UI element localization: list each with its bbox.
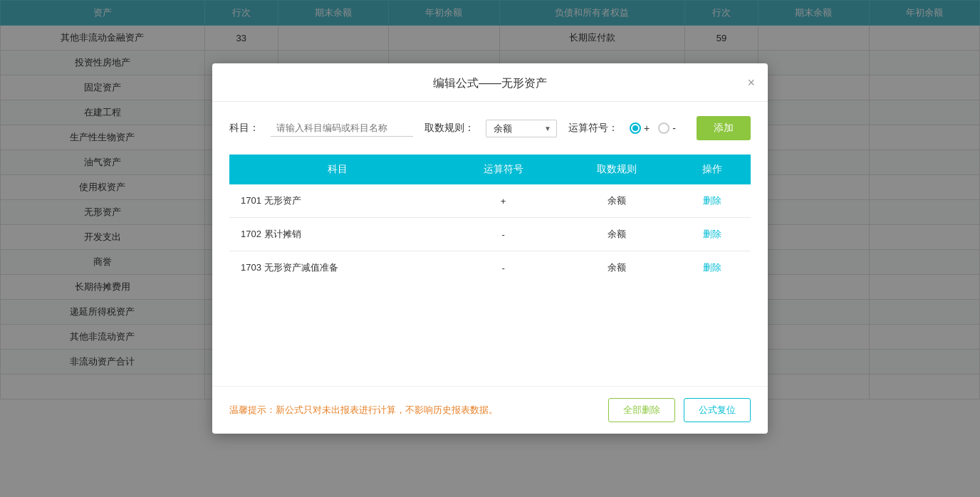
- footer-tip: 温馨提示：新公式只对未出报表进行计算，不影响历史报表数据。: [229, 404, 498, 417]
- radio-minus[interactable]: -: [658, 122, 676, 134]
- close-icon[interactable]: ×: [747, 76, 755, 89]
- delete-row-button-2[interactable]: 删除: [703, 261, 721, 274]
- reset-formula-button[interactable]: 公式复位: [684, 398, 751, 422]
- table-row: 1703 无形资产减值准备-余额删除: [229, 251, 751, 285]
- radio-plus[interactable]: +: [630, 122, 650, 134]
- delete-row-button-0[interactable]: 删除: [703, 194, 721, 207]
- edit-formula-modal: 编辑公式——无形资产 × 科目： 取数规则： 余额 借方 贷方 借方发生额 贷方…: [212, 63, 768, 434]
- radio-minus-circle: [658, 122, 669, 134]
- cell-operator-2: -: [447, 251, 560, 285]
- modal-header: 编辑公式——无形资产 ×: [212, 63, 768, 102]
- modal-body: 科目： 取数规则： 余额 借方 贷方 借方发生额 贷方发生额 ▼ 运算符号：: [212, 102, 768, 386]
- subject-label: 科目：: [229, 122, 259, 135]
- cell-rule-0: 余额: [560, 184, 673, 218]
- cell-action-0: 删除: [673, 184, 751, 218]
- cell-operator-1: -: [447, 218, 560, 251]
- form-row: 科目： 取数规则： 余额 借方 贷方 借方发生额 贷方发生额 ▼ 运算符号：: [229, 116, 751, 140]
- cell-subject-1: 1702 累计摊销: [229, 218, 447, 251]
- subject-input[interactable]: [271, 120, 413, 137]
- table-row: 1701 无形资产+余额删除: [229, 184, 751, 218]
- modal-title: 编辑公式——无形资产: [433, 76, 547, 91]
- col-header-action: 操作: [673, 155, 751, 184]
- delete-row-button-1[interactable]: 删除: [703, 228, 721, 241]
- operator-label: 运算符号：: [568, 122, 618, 135]
- radio-minus-label: -: [672, 122, 676, 134]
- rule-select[interactable]: 余额 借方 贷方 借方发生额 贷方发生额: [486, 120, 557, 137]
- cell-operator-0: +: [447, 184, 560, 218]
- radio-plus-circle: [630, 122, 641, 134]
- footer-actions: 全部删除 公式复位: [608, 398, 751, 422]
- table-row: 1702 累计摊销-余额删除: [229, 218, 751, 251]
- add-button[interactable]: 添加: [697, 116, 751, 140]
- cell-action-2: 删除: [673, 251, 751, 285]
- operator-radio-group: + -: [630, 122, 676, 134]
- cell-action-1: 删除: [673, 218, 751, 251]
- col-header-operator: 运算符号: [447, 155, 560, 184]
- delete-all-button[interactable]: 全部删除: [608, 398, 675, 422]
- cell-rule-1: 余额: [560, 218, 673, 251]
- col-header-subject: 科目: [229, 155, 447, 184]
- formula-table: 科目 运算符号 取数规则 操作 1701 无形资产+余额删除1702 累计摊销-…: [229, 155, 751, 284]
- radio-plus-label: +: [644, 122, 650, 134]
- rule-label: 取数规则：: [424, 122, 474, 135]
- cell-subject-2: 1703 无形资产减值准备: [229, 251, 447, 285]
- rule-select-wrapper: 余额 借方 贷方 借方发生额 贷方发生额 ▼: [486, 120, 557, 137]
- col-header-rule: 取数规则: [560, 155, 673, 184]
- cell-rule-2: 余额: [560, 251, 673, 285]
- modal-footer: 温馨提示：新公式只对未出报表进行计算，不影响历史报表数据。 全部删除 公式复位: [212, 386, 768, 434]
- table-header-row: 科目 运算符号 取数规则 操作: [229, 155, 751, 184]
- cell-subject-0: 1701 无形资产: [229, 184, 447, 218]
- modal-overlay: 编辑公式——无形资产 × 科目： 取数规则： 余额 借方 贷方 借方发生额 贷方…: [0, 0, 980, 497]
